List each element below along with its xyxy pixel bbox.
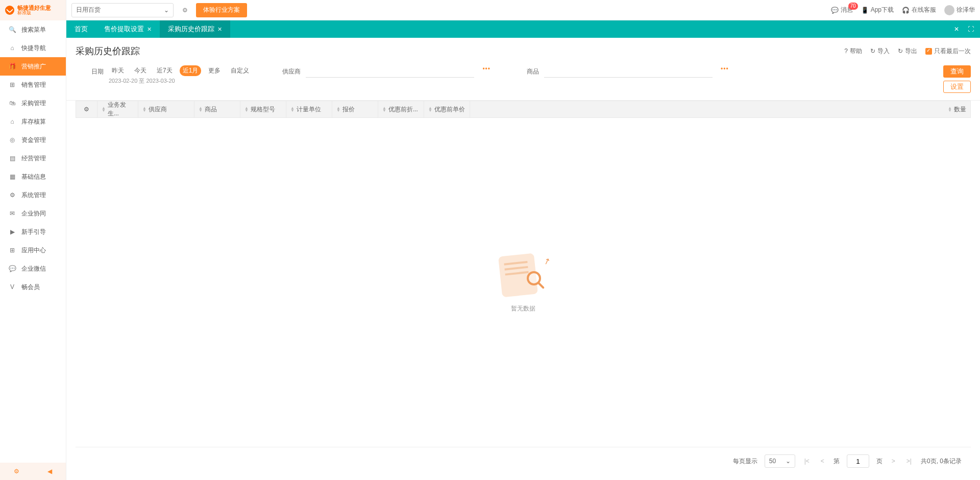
dropdown-value: 日用百货 (76, 6, 101, 14)
sort-icon: ▲▼ (948, 107, 952, 112)
column-header[interactable]: ▲▼商品 (194, 101, 240, 117)
logo-sub: 标准版 (17, 11, 51, 16)
column-header[interactable]: ▲▼规格型号 (240, 101, 286, 117)
last-page-button[interactable]: >| (904, 458, 914, 465)
chevron-down-icon: ⌄ (786, 458, 791, 465)
settings-button[interactable]: 设置 (943, 81, 971, 93)
sidebar-item-3[interactable]: ⊞销售管理 (0, 76, 66, 94)
sidebar-item-label: 搜索菜单 (21, 26, 46, 34)
column-header[interactable]: ▲▼优惠前单价 (424, 101, 470, 117)
sidebar-item-6[interactable]: ◎资金管理 (0, 131, 66, 149)
date-tag[interactable]: 更多 (205, 65, 224, 76)
supplier-more-icon[interactable]: ••• (482, 65, 491, 73)
sidebar-item-1[interactable]: ⌂快捷导航 (0, 39, 66, 57)
sidebar-item-label: 应用中心 (21, 246, 46, 255)
supplier-input[interactable] (306, 65, 474, 78)
empty-text: 暂无数据 (511, 304, 535, 313)
user-menu[interactable]: 徐泽华 (944, 5, 975, 15)
date-filter: 日期 昨天今天近7天近1月更多自定义 2023-02-20 至 2023-03-… (76, 65, 252, 85)
sidebar-footer: ⚙ ◀ (0, 463, 66, 480)
column-header[interactable]: ▲▼报价 (332, 101, 378, 117)
tab-0[interactable]: 首页 (66, 20, 96, 38)
column-header[interactable]: ▲▼业务发生... (97, 101, 138, 117)
app-download-link[interactable]: 📱 App下载 (861, 6, 894, 14)
column-label: 优惠前单价 (434, 105, 465, 114)
gear-icon: ⚙ (8, 191, 16, 199)
sort-icon: ▲▼ (290, 107, 295, 112)
date-tag[interactable]: 近7天 (154, 65, 176, 76)
sidebar-item-9[interactable]: ⚙系统管理 (0, 186, 66, 204)
app-download-label: App下载 (871, 6, 894, 14)
column-settings-button[interactable]: ⚙ (76, 101, 97, 117)
menu: 🔍搜索菜单⌂快捷导航🎁营销推广⊞销售管理🛍采购管理⌂库存核算◎资金管理▤经营管理… (0, 20, 66, 463)
query-button[interactable]: 查询 (943, 65, 971, 78)
page-input[interactable] (847, 454, 869, 468)
supplier-filter: 供应商 ••• (273, 65, 491, 78)
home-icon: ⌂ (8, 44, 16, 52)
date-tag[interactable]: 自定义 (228, 65, 252, 76)
topbar-gear-icon[interactable]: ⚙ (179, 7, 191, 14)
play-icon: ▶ (8, 228, 16, 236)
first-page-button[interactable]: |< (802, 458, 812, 465)
sort-icon: ▲▼ (382, 107, 386, 112)
help-icon: ? (844, 47, 848, 55)
wallet-icon: ◎ (8, 136, 16, 144)
sidebar-item-4[interactable]: 🛍采购管理 (0, 94, 66, 112)
column-header[interactable]: ▲▼数量 (470, 101, 970, 117)
sidebar-item-12[interactable]: ⊞应用中心 (0, 241, 66, 259)
gift-icon: 🎁 (8, 62, 16, 70)
import-link[interactable]: ↻导入 (870, 47, 890, 56)
sidebar-item-2[interactable]: 🎁营销推广 (0, 57, 66, 76)
phone-icon: 📱 (861, 7, 869, 14)
page-size-select[interactable]: 50 ⌄ (765, 454, 795, 468)
sidebar-item-0[interactable]: 🔍搜索菜单 (0, 20, 66, 39)
messages-link[interactable]: 💬 消息 70 (831, 6, 853, 14)
only-last-checkbox[interactable]: 只看最后一次 (925, 47, 971, 56)
headset-icon: 🎧 (902, 7, 910, 14)
support-link[interactable]: 🎧 在线客服 (902, 6, 936, 14)
close-icon[interactable]: ✕ (147, 26, 152, 33)
export-link[interactable]: ↻导出 (898, 47, 917, 56)
tab-label: 售价提取设置 (104, 25, 144, 34)
search-icon: 🔍 (8, 26, 16, 34)
app-icon: ⊞ (8, 246, 16, 254)
tab-2[interactable]: 采购历史价跟踪✕ (160, 20, 230, 38)
next-page-button[interactable]: > (890, 458, 897, 465)
prev-page-button[interactable]: < (819, 458, 826, 465)
column-header[interactable]: ▲▼供应商 (138, 101, 194, 117)
sort-icon: ▲▼ (102, 107, 106, 112)
sidebar-item-7[interactable]: ▤经营管理 (0, 149, 66, 167)
close-all-tabs-button[interactable]: ✕ (950, 23, 963, 35)
sidebar-item-11[interactable]: ▶新手引导 (0, 223, 66, 241)
tab-1[interactable]: 售价提取设置✕ (96, 20, 160, 38)
sidebar-item-label: 资金管理 (21, 136, 46, 145)
sidebar-item-8[interactable]: ▦基础信息 (0, 167, 66, 186)
industry-dropdown[interactable]: 日用百货 ⌄ (71, 3, 174, 17)
sidebar-item-14[interactable]: V畅会员 (0, 278, 66, 296)
clip-icon: ✉ (8, 209, 16, 218)
table: ⚙ ▲▼业务发生...▲▼供应商▲▼商品▲▼规格型号▲▼计量单位▲▼报价▲▼优惠… (66, 101, 980, 447)
column-label: 优惠前折... (388, 105, 418, 114)
close-icon[interactable]: ✕ (217, 26, 222, 33)
fullscreen-button[interactable]: ⛶ (965, 23, 977, 35)
date-tag[interactable]: 近1月 (180, 65, 202, 76)
settings-icon[interactable]: ⚙ (14, 468, 19, 475)
column-label: 报价 (342, 105, 355, 114)
user-name: 徐泽华 (957, 6, 975, 14)
column-header[interactable]: ▲▼优惠前折... (378, 101, 424, 117)
tabs: 首页售价提取设置✕采购历史价跟踪✕ ✕ ⛶ (66, 20, 980, 38)
sidebar-item-10[interactable]: ✉企业协同 (0, 204, 66, 223)
sidebar-item-5[interactable]: ⌂库存核算 (0, 112, 66, 131)
collapse-icon[interactable]: ◀ (47, 468, 52, 475)
checkbox-checked-icon (925, 48, 932, 55)
product-more-icon[interactable]: ••• (721, 65, 729, 73)
logo: 畅捷通好生意 标准版 (0, 0, 66, 20)
date-tag[interactable]: 今天 (131, 65, 150, 76)
sidebar-item-13[interactable]: 💬企业微信 (0, 259, 66, 278)
date-tag[interactable]: 昨天 (109, 65, 127, 76)
column-header[interactable]: ▲▼计量单位 (286, 101, 332, 117)
pagination: 每页显示 50 ⌄ |< < 第 页 > >| 共0页, 0条记录 (76, 447, 971, 480)
industry-cta-button[interactable]: 体验行业方案 (196, 3, 247, 17)
help-link[interactable]: ?帮助 (844, 47, 862, 56)
product-input[interactable] (544, 65, 713, 78)
